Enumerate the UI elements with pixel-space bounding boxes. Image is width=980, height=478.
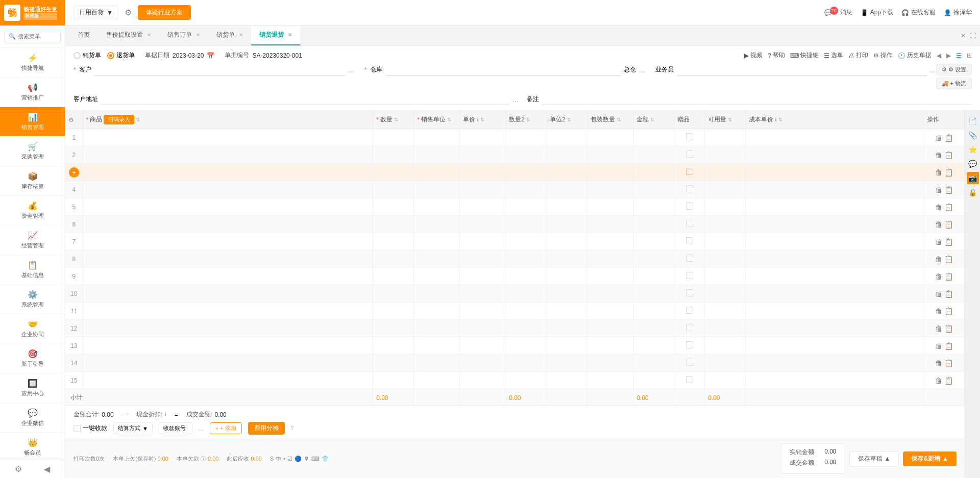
unit2-cell-3[interactable] (547, 164, 587, 181)
salesperson-dots[interactable]: ... (930, 66, 936, 74)
address-input[interactable] (101, 93, 509, 105)
save-draft-btn[interactable]: 保存草稿 ▲ (849, 451, 899, 467)
calendar-icon[interactable]: 📅 (207, 52, 214, 59)
prev-record-btn[interactable]: ◀ (937, 52, 941, 59)
cost-cell-2[interactable] (746, 146, 924, 164)
product-sort-icon[interactable]: ⇅ (136, 117, 140, 122)
expense-split-btn[interactable]: 费用分摊 (248, 422, 285, 435)
product-cell-1[interactable] (83, 129, 373, 146)
gift-cell-3[interactable] (674, 164, 705, 181)
delete-btn[interactable]: 🗑 (935, 290, 942, 298)
copy-btn[interactable]: 📋 (944, 324, 953, 333)
notification-item[interactable]: 💬 70 消息 (824, 8, 852, 17)
sidebar-item-system[interactable]: ⚙️ 系统管理 (0, 285, 65, 314)
unit-sort-icon[interactable]: ⇅ (447, 117, 451, 122)
expense-help-icon[interactable]: ? (291, 425, 294, 431)
amount-cell-2[interactable] (633, 146, 674, 164)
product-cell-2[interactable] (83, 146, 373, 164)
close-sales-delivery-tab[interactable]: ✕ (239, 32, 243, 38)
panel-btn-1[interactable]: 📄 (967, 115, 979, 127)
delete-row-1-btn[interactable]: 🗑 (935, 134, 942, 142)
close-price-setting-tab[interactable]: ✕ (147, 32, 151, 38)
avail-cell-2[interactable] (705, 146, 746, 164)
search-menu-button[interactable]: 🔍 搜索菜单 (4, 30, 61, 43)
sidebar-item-enterprise[interactable]: 🤝 企业协同 (0, 314, 65, 344)
sidebar-item-quick-nav[interactable]: ⚡ 快捷导航 (0, 48, 65, 78)
sidebar-item-apps[interactable]: 🔲 应用中心 (0, 373, 65, 403)
tab-sales-order[interactable]: 销售订单 ✕ (159, 26, 208, 45)
cost-price-info-icon[interactable]: ℹ (775, 117, 777, 122)
salesperson-input[interactable] (677, 64, 927, 76)
pack-cell-2[interactable] (587, 146, 633, 164)
next-record-btn[interactable]: ▶ (946, 52, 951, 59)
delete-btn[interactable]: 🗑 (935, 307, 942, 315)
delete-btn[interactable]: 🗑 (935, 272, 942, 281)
panel-btn-5[interactable]: 📷 (967, 172, 979, 184)
pack-sort-icon[interactable]: ⇅ (617, 117, 621, 122)
address-dots[interactable]: ... (512, 95, 519, 104)
settings-btn[interactable]: ⚙ ⚙ 设置 (936, 64, 972, 76)
close-window-button[interactable]: ✕ (961, 32, 966, 39)
shortcut-btn[interactable]: ⌨ 快捷键 (790, 51, 819, 60)
close-sales-return-tab[interactable]: ✕ (288, 32, 292, 38)
copy-btn[interactable]: 📋 (944, 220, 953, 229)
unit2-cell-2[interactable] (547, 146, 587, 164)
debt-help[interactable]: ⓘ (201, 456, 206, 462)
video-btn[interactable]: ▶ 视频 (744, 51, 763, 60)
amount-cell-3[interactable] (633, 164, 674, 181)
price-cell-3[interactable] (460, 164, 506, 181)
select-btn[interactable]: ☰ 选单 (824, 51, 843, 60)
delete-btn[interactable]: 🗑 (935, 376, 942, 385)
copy-btn[interactable]: 📋 (944, 255, 953, 263)
user-item[interactable]: 👤 徐泽华 (944, 8, 972, 17)
sidebar-item-inventory[interactable]: 📦 库存核算 (0, 166, 65, 196)
gift-checkbox-3[interactable] (686, 168, 693, 175)
scan-btn[interactable]: 扫码录入 (104, 115, 134, 124)
online-service-item[interactable]: 🎧 在线客服 (901, 8, 936, 17)
column-settings-icon[interactable]: ⚙ (68, 116, 74, 123)
amount-sort-icon[interactable]: ⇅ (650, 117, 654, 122)
copy-btn[interactable]: 📋 (944, 307, 953, 315)
cost-sort-icon[interactable]: ⇅ (778, 117, 782, 122)
qty2-sort-icon[interactable]: ⇅ (526, 117, 530, 122)
operate-btn[interactable]: ⚙ 操作 (873, 51, 893, 60)
delete-btn[interactable]: 🗑 (935, 203, 942, 211)
amount-cell-1[interactable] (633, 129, 674, 146)
product-input-3[interactable] (86, 169, 370, 176)
remark-input[interactable] (542, 93, 972, 105)
delete-btn[interactable]: 🗑 (935, 342, 942, 350)
table-view-btn[interactable]: ⊞ (967, 52, 972, 59)
panel-btn-3[interactable]: ⭐ (967, 143, 979, 156)
delete-btn[interactable]: 🗑 (935, 238, 942, 246)
experience-btn[interactable]: 体验行业方案 (138, 5, 191, 20)
copy-btn[interactable]: 📋 (944, 238, 953, 246)
panel-btn-6[interactable]: 🔒 (967, 186, 979, 198)
warehouse-input[interactable] (385, 64, 621, 76)
avail-cell-3[interactable] (705, 164, 746, 181)
qty-cell-2[interactable] (373, 146, 414, 164)
price-cell-1[interactable] (460, 129, 506, 146)
unit-cell-1[interactable] (414, 129, 460, 146)
help-btn[interactable]: ? 帮助 (768, 51, 785, 60)
logistics-btn[interactable]: 🚚 + 物流 (936, 78, 972, 89)
copy-btn[interactable]: 📋 (944, 290, 953, 298)
qty-sort-icon[interactable]: ⇅ (394, 117, 398, 122)
avail-sort-icon[interactable]: ⇅ (728, 117, 732, 122)
sidebar-item-sales[interactable]: 📊 销售管理 (0, 107, 65, 137)
sidebar-item-member[interactable]: 👑 畅会员 (0, 433, 65, 460)
copy-row-2-btn[interactable]: 📋 (944, 151, 953, 159)
price-sort-icon[interactable]: ⇅ (480, 117, 484, 122)
radio-sale[interactable]: 销货单 (74, 51, 101, 60)
sidebar-item-finance[interactable]: 💰 资金管理 (0, 196, 65, 225)
grid-view-btn[interactable]: ☰ (956, 52, 962, 59)
copy-row-1-btn[interactable]: 📋 (944, 134, 953, 142)
copy-btn[interactable]: 📋 (944, 272, 953, 281)
cost-cell-3[interactable] (746, 164, 924, 181)
cost-cell-1[interactable] (746, 129, 924, 146)
delete-row-3-btn[interactable]: 🗑 (935, 168, 942, 177)
history-btn[interactable]: 🕐 历史单据 (898, 51, 932, 60)
copy-btn[interactable]: 📋 (944, 186, 953, 194)
account-num-field[interactable]: 收款账号 (159, 422, 192, 434)
copy-btn[interactable]: 📋 (944, 376, 953, 385)
delete-btn[interactable]: 🗑 (935, 359, 942, 367)
